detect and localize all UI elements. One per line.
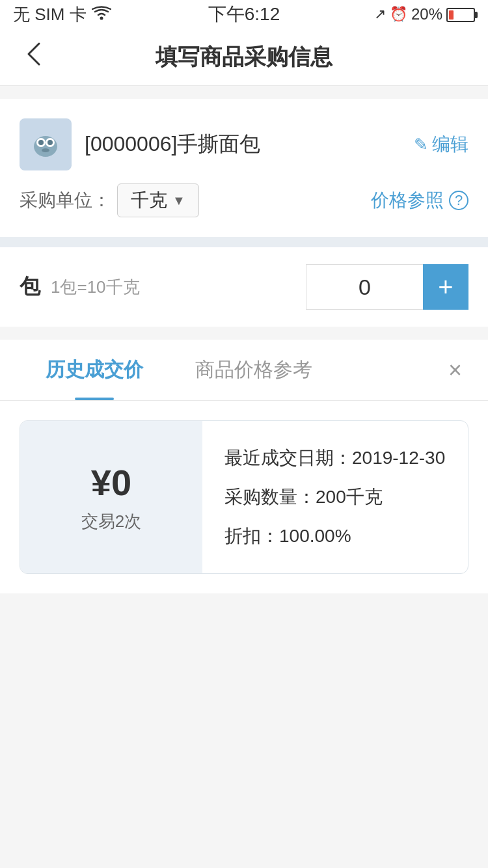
location-icon: ↗ bbox=[374, 6, 386, 23]
purchase-qty-value: 200千克 bbox=[316, 487, 383, 507]
quantity-plus-button[interactable]: + bbox=[423, 264, 468, 310]
panel-close-button[interactable]: × bbox=[442, 350, 468, 390]
battery-icon bbox=[446, 5, 475, 23]
price-card-container: ¥0 交易2次 最近成交日期：2019-12-30 采购数量：200千克 折扣：… bbox=[0, 401, 488, 593]
price-card: ¥0 交易2次 最近成交日期：2019-12-30 采购数量：200千克 折扣：… bbox=[20, 420, 468, 574]
battery-percent-text: 20% bbox=[411, 5, 442, 23]
quantity-left: 包 1包=10千克 bbox=[20, 273, 140, 301]
status-bar: 无 SIM 卡 下午6:12 ↗ ⏰ 20% bbox=[0, 0, 488, 29]
discount-row: 折扣：100.00% bbox=[224, 522, 446, 550]
tab-history-label: 历史成交价 bbox=[46, 359, 143, 380]
unit-label: 采购单位： bbox=[20, 188, 111, 213]
wifi-icon bbox=[92, 5, 111, 25]
price-panel-tabs: 历史成交价 商品价格参考 × bbox=[0, 340, 488, 401]
svg-point-1 bbox=[34, 136, 57, 157]
product-left: [0000006]手撕面包 bbox=[20, 118, 260, 170]
svg-point-4 bbox=[38, 140, 44, 145]
unit-value: 千克 bbox=[131, 188, 167, 213]
page-title: 填写商品采购信息 bbox=[156, 42, 332, 72]
unit-dropdown[interactable]: 千克 ▼ bbox=[117, 183, 199, 217]
section-divider bbox=[0, 237, 488, 247]
edit-label: 编辑 bbox=[432, 132, 468, 157]
quantity-input[interactable] bbox=[306, 264, 423, 310]
discount-value: 100.00% bbox=[279, 526, 351, 546]
quantity-unit-label: 包 bbox=[20, 273, 40, 301]
back-button[interactable] bbox=[20, 34, 48, 79]
recent-date-label: 最近成交日期： bbox=[224, 448, 352, 468]
price-amount: ¥0 bbox=[91, 461, 131, 504]
svg-point-5 bbox=[47, 140, 53, 145]
recent-date-value: 2019-12-30 bbox=[352, 448, 445, 468]
price-transactions: 交易2次 bbox=[81, 510, 141, 533]
svg-point-0 bbox=[100, 16, 103, 20]
main-content-area bbox=[0, 593, 488, 868]
svg-point-6 bbox=[42, 148, 49, 152]
price-ref-button[interactable]: 价格参照 ? bbox=[371, 188, 468, 213]
product-section: [0000006]手撕面包 ✎ 编辑 采购单位： 千克 ▼ 价格参照 ? bbox=[0, 99, 488, 237]
edit-icon: ✎ bbox=[414, 135, 428, 155]
product-name: [0000006]手撕面包 bbox=[85, 130, 260, 159]
price-ref-help-icon: ? bbox=[449, 191, 468, 210]
price-ref-label: 价格参照 bbox=[371, 188, 444, 213]
status-time: 下午6:12 bbox=[208, 2, 280, 27]
status-left: 无 SIM 卡 bbox=[13, 3, 111, 26]
nav-bar: 填写商品采购信息 bbox=[0, 29, 488, 86]
alarm-icon: ⏰ bbox=[390, 6, 407, 23]
status-right: ↗ ⏰ 20% bbox=[374, 5, 475, 23]
edit-button[interactable]: ✎ 编辑 bbox=[414, 132, 468, 157]
product-header: [0000006]手撕面包 ✎ 编辑 bbox=[20, 118, 468, 170]
quantity-conversion-text: 1包=10千克 bbox=[51, 276, 140, 299]
price-card-left: ¥0 交易2次 bbox=[20, 421, 202, 573]
product-unit-row: 采购单位： 千克 ▼ 价格参照 ? bbox=[20, 183, 468, 217]
price-panel: 历史成交价 商品价格参考 × ¥0 交易2次 最近成交日期：2019-12-30… bbox=[0, 340, 488, 593]
price-card-right: 最近成交日期：2019-12-30 采购数量：200千克 折扣：100.00% bbox=[202, 421, 468, 573]
carrier-text: 无 SIM 卡 bbox=[13, 3, 87, 26]
quantity-input-group: + bbox=[306, 264, 468, 310]
tab-product-label: 商品价格参考 bbox=[195, 359, 312, 380]
discount-label: 折扣： bbox=[224, 526, 279, 546]
product-thumbnail bbox=[20, 118, 72, 170]
tab-history-price[interactable]: 历史成交价 bbox=[20, 340, 169, 400]
recent-date-row: 最近成交日期：2019-12-30 bbox=[224, 444, 446, 472]
tab-product-price-ref[interactable]: 商品价格参考 bbox=[169, 340, 338, 400]
quantity-row: 包 1包=10千克 + bbox=[0, 247, 488, 327]
purchase-qty-label: 采购数量： bbox=[224, 487, 316, 507]
purchase-qty-row: 采购数量：200千克 bbox=[224, 483, 446, 511]
dropdown-arrow-icon: ▼ bbox=[172, 193, 185, 208]
